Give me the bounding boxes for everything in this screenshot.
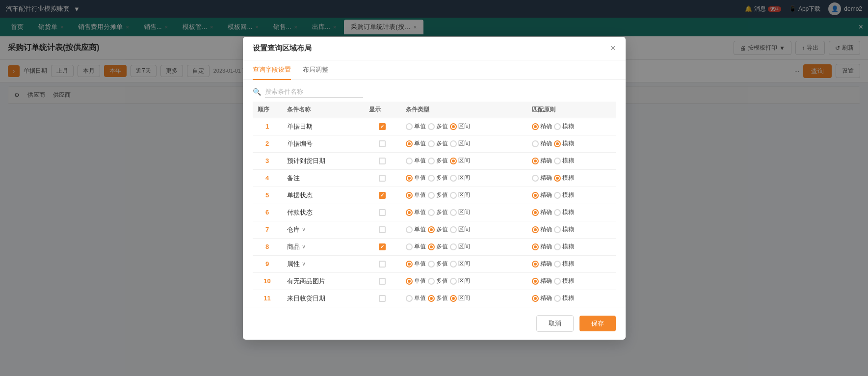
col-match: 匹配原则	[527, 102, 616, 108]
modal-close-button[interactable]: ×	[610, 43, 616, 54]
tab-layout[interactable]: 布局调整	[303, 60, 328, 80]
modal-search-area: 🔍	[243, 80, 626, 102]
settings-modal: 设置查询区域布局 × 查询字段设置 布局调整 🔍 顺序 条件名称 显示 条件类型	[243, 37, 626, 108]
col-order: 顺序	[253, 102, 282, 108]
search-input[interactable]	[265, 86, 363, 98]
conditions-table: 顺序 条件名称 显示 条件类型 匹配原则 1单据日期单值多值区间精确模糊2单据编…	[253, 102, 616, 108]
col-display: 显示	[364, 102, 401, 108]
table-header: 顺序 条件名称 显示 条件类型 匹配原则	[253, 102, 616, 108]
col-name: 条件名称	[282, 102, 364, 108]
search-icon: 🔍	[253, 88, 261, 96]
modal-title: 设置查询区域布局	[253, 44, 312, 53]
modal-table-container: 顺序 条件名称 显示 条件类型 匹配原则 1单据日期单值多值区间精确模糊2单据编…	[243, 102, 626, 108]
modal-tabs: 查询字段设置 布局调整	[243, 60, 626, 80]
col-type: 条件类型	[401, 102, 527, 108]
modal-overlay: 设置查询区域布局 × 查询字段设置 布局调整 🔍 顺序 条件名称 显示 条件类型	[0, 0, 868, 108]
tab-query-fields[interactable]: 查询字段设置	[253, 60, 291, 80]
modal-header: 设置查询区域布局 ×	[243, 37, 626, 60]
